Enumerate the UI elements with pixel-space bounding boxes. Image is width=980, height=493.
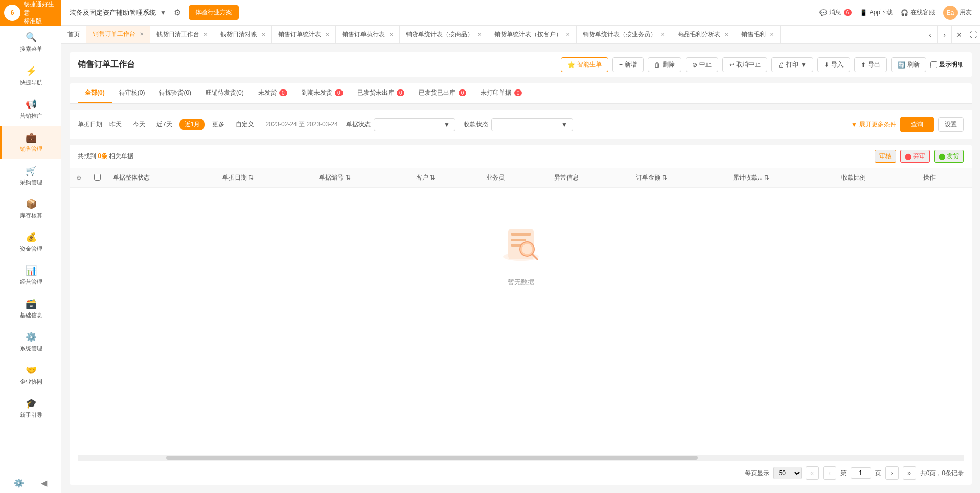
tab-close-goods-salesperson[interactable]: ✕ <box>660 32 665 37</box>
system-dropdown-icon[interactable]: ▼ <box>160 9 166 16</box>
tab-close-sales-order[interactable]: ✕ <box>140 31 144 37</box>
filter-tab-all[interactable]: 全部(0) <box>78 83 112 103</box>
th-customer[interactable]: 客户 ⇅ <box>410 168 480 188</box>
expand-conditions-btn[interactable]: ▼ 展开更多条件 <box>851 120 896 129</box>
filter-tab-pending-check[interactable]: 待拣验货(0) <box>152 83 198 103</box>
audit-btn[interactable]: 审核 <box>875 150 896 163</box>
tab-goods-stat-salesperson[interactable]: 销货单统计表（按业务员） ✕ <box>577 26 671 44</box>
sidebar-item-enterprise[interactable]: 🤝 企业协同 <box>0 358 61 392</box>
date-7days[interactable]: 近7天 <box>152 119 176 130</box>
th-checkbox[interactable] <box>88 168 107 188</box>
print-dropdown-icon: ▼ <box>801 61 807 69</box>
tab-close-sales-exec[interactable]: ✕ <box>389 32 393 37</box>
date-today[interactable]: 今天 <box>129 119 149 130</box>
sidebar-item-basic[interactable]: 🗃️ 基础信息 <box>0 292 61 325</box>
add-btn[interactable]: + 新增 <box>612 57 644 72</box>
horizontal-scrollbar[interactable] <box>78 455 964 461</box>
sidebar-item-operation[interactable]: 📊 经营管理 <box>0 259 61 292</box>
show-detail-checkbox[interactable] <box>930 61 937 68</box>
print-btn[interactable]: 🖨 打印 ▼ <box>771 57 813 72</box>
settings-bottom-icon[interactable]: ⚙️ <box>14 478 24 488</box>
th-settings[interactable]: ⚙ <box>70 168 88 188</box>
show-detail-checkbox-label[interactable]: 显示明细 <box>930 60 964 69</box>
sidebar-item-purchase[interactable]: 🛒 采购管理 <box>0 159 61 192</box>
online-service-btn[interactable]: 🎧 在线客服 <box>901 8 935 17</box>
tab-sales-stat[interactable]: 销售订单统计表 ✕ <box>272 26 336 44</box>
sidebar-item-capital[interactable]: 💰 资金管理 <box>0 226 61 259</box>
tab-sales-exec[interactable]: 销售订单执行表 ✕ <box>336 26 400 44</box>
app-download-btn[interactable]: 📱 App下载 <box>860 8 893 17</box>
tab-close-goods-product[interactable]: ✕ <box>477 32 482 37</box>
tab-close-all-btn[interactable]: ✕ <box>951 26 966 44</box>
date-1month[interactable]: 近1月 <box>179 119 206 130</box>
select-all-checkbox[interactable] <box>94 174 101 181</box>
tab-sales-order[interactable]: 销售订单工作台 ✕ <box>86 26 150 44</box>
last-page-btn[interactable]: » <box>903 466 916 480</box>
filter-tab-pending-audit[interactable]: 待审核(0) <box>112 83 152 103</box>
sidebar-item-guide[interactable]: 🎓 新手引导 <box>0 392 61 425</box>
tab-close-cash-daily[interactable]: ✕ <box>203 32 208 37</box>
sidebar: 6 畅捷通好生意 标准版 🔍 搜索菜单 ⚡ 快捷导航 📢 营销推广 💼 销售管理… <box>0 0 61 493</box>
scrollbar-thumb[interactable] <box>166 456 698 460</box>
export-btn[interactable]: ⬆ 导出 <box>854 57 887 72</box>
message-btn[interactable]: 💬 消息 6 <box>819 8 852 17</box>
tab-goods-stat-customer[interactable]: 销货单统计表（按客户） ✕ <box>488 26 577 44</box>
tab-cash-daily[interactable]: 钱货日清工作台 ✕ <box>150 26 214 44</box>
sidebar-item-sales[interactable]: 💼 销售管理 <box>0 126 61 159</box>
filter-tab-not-shipped[interactable]: 未发货 0 <box>251 83 294 103</box>
user-menu[interactable]: Ea 用友 <box>943 6 972 20</box>
filter-tab-not-printed[interactable]: 未打印单据 0 <box>473 83 529 103</box>
date-filter-label: 单据日期 <box>78 120 102 129</box>
topbar-settings-icon[interactable]: ⚙ <box>170 6 185 20</box>
filter-tabs: 全部(0) 待审核(0) 待拣验货(0) 旺铺待发货(0) 未发货 0 到期未发… <box>70 83 972 104</box>
sidebar-search[interactable]: 🔍 搜索菜单 <box>0 26 61 59</box>
query-btn[interactable]: 查询 <box>900 117 934 132</box>
refresh-btn[interactable]: 🔄 刷新 <box>891 57 926 72</box>
th-amount[interactable]: 订单金额 ⇅ <box>630 168 727 188</box>
date-more[interactable]: 更多 <box>208 119 229 130</box>
status-select[interactable]: ▼ <box>374 118 455 131</box>
filter-tab-shipped-not-out[interactable]: 已发货未出库 0 <box>350 83 412 103</box>
sidebar-item-quick-nav[interactable]: ⚡ 快捷导航 <box>0 59 61 93</box>
tab-close-goods-customer[interactable]: ✕ <box>566 32 570 37</box>
industry-btn[interactable]: 体验行业方案 <box>189 5 239 20</box>
tab-sales-gross[interactable]: 销售毛利 ✕ <box>735 26 781 44</box>
payment-select[interactable]: ▼ <box>491 118 573 131</box>
delete-btn[interactable]: 🗑 删除 <box>648 57 681 72</box>
th-date[interactable]: 单据日期 ⇅ <box>216 168 313 188</box>
date-yesterday[interactable]: 昨天 <box>105 119 126 130</box>
filter-settings-btn[interactable]: 设置 <box>938 117 964 132</box>
th-received[interactable]: 累计收款... ⇅ <box>727 168 835 188</box>
first-page-btn[interactable]: « <box>806 466 819 480</box>
tab-home[interactable]: 首页 <box>61 26 86 44</box>
tab-prev-btn[interactable]: ‹ <box>923 26 937 44</box>
ai-gen-btn[interactable]: ⭐ 智能生单 <box>561 57 608 72</box>
sidebar-item-system[interactable]: ⚙️ 系统管理 <box>0 325 61 358</box>
tab-cash-reconcile[interactable]: 钱货日清对账 ✕ <box>214 26 272 44</box>
filter-tab-shop-pending[interactable]: 旺铺待发货(0) <box>198 83 251 103</box>
date-custom[interactable]: 自定义 <box>232 119 258 130</box>
next-page-btn[interactable]: › <box>885 466 899 480</box>
tab-close-gross-analysis[interactable]: ✕ <box>724 32 728 37</box>
tab-close-sales-stat[interactable]: ✕ <box>325 32 329 37</box>
tab-close-sales-gross[interactable]: ✕ <box>770 32 774 37</box>
sidebar-item-marketing[interactable]: 📢 营销推广 <box>0 93 61 126</box>
collapse-icon[interactable]: ◀ <box>41 478 47 488</box>
filter-tab-shipped-out[interactable]: 已发货已出库 0 <box>412 83 473 103</box>
page-input[interactable] <box>851 467 871 479</box>
th-number[interactable]: 单据编号 ⇅ <box>313 168 410 188</box>
stop-btn[interactable]: ⊘ 中止 <box>686 57 718 72</box>
prev-page-btn[interactable]: ‹ <box>823 466 836 480</box>
tab-gross-analysis[interactable]: 商品毛利分析表 ✕ <box>671 26 735 44</box>
tab-goods-stat-product[interactable]: 销货单统计表（按商品） ✕ <box>400 26 488 44</box>
filter-tab-overdue-not-shipped[interactable]: 到期未发货 0 <box>294 83 350 103</box>
per-page-select[interactable]: 50 100 200 <box>773 467 802 479</box>
import-btn[interactable]: ⬇ 导入 <box>817 57 850 72</box>
tab-next-btn[interactable]: › <box>937 26 951 44</box>
tab-close-cash-reconcile[interactable]: ✕ <box>261 32 265 37</box>
sidebar-item-inventory[interactable]: 📦 库存核算 <box>0 192 61 226</box>
cancel-stop-btn[interactable]: ↩ 取消中止 <box>722 57 767 72</box>
un-audit-btn[interactable]: ⬤ 弃审 <box>900 150 930 163</box>
ship-btn[interactable]: ⬤ 发货 <box>934 150 964 163</box>
tab-maximize-btn[interactable]: ⛶ <box>966 26 980 44</box>
